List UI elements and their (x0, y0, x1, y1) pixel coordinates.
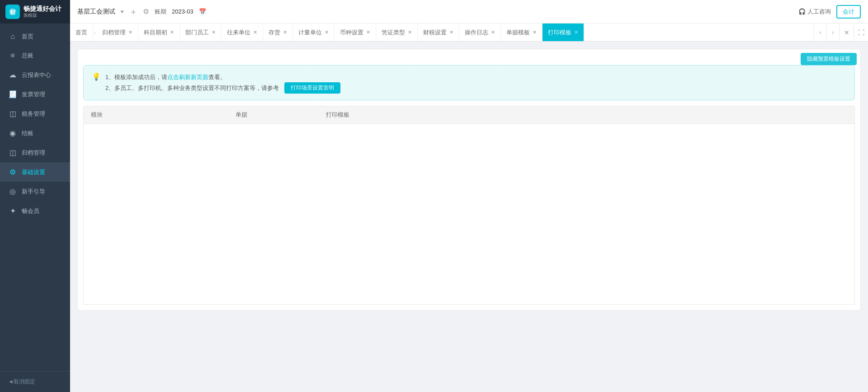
top-bar: 基层工会测试 ▾ ＋ ⚙ 账期 2023-03 📅 🎧 人工咨询 会计 (70, 0, 868, 24)
unpin-label: ◄取消固定 (8, 378, 35, 386)
ledger-icon: ≡ (8, 52, 17, 60)
tab-subject-close[interactable]: ✕ (170, 29, 174, 35)
company-name: 基层工会测试 (77, 8, 115, 16)
period-value: 2023-03 (172, 8, 193, 15)
sidebar-item-settings[interactable]: ⚙ 基础设置 (0, 162, 70, 182)
sidebar-item-closing[interactable]: ◉ 结账 (0, 123, 70, 143)
cloud-icon: ☁ (8, 71, 17, 79)
sidebar-nav: ⌂ 首页 ≡ 总账 ☁ 云报表中心 🧾 发票管理 ◫ 税务管理 ◉ 结账 ◫ 归… (0, 24, 70, 371)
tab-separator-1: ‹ (93, 29, 97, 36)
tab-home[interactable]: 首页 (70, 24, 93, 42)
settings-icon: ⚙ (8, 168, 17, 176)
table-body (83, 124, 855, 305)
sidebar-item-invoice[interactable]: 🧾 发票管理 (0, 85, 70, 104)
guide-icon: ◎ (8, 187, 17, 196)
tab-currency[interactable]: 币种设置 ✕ (335, 24, 376, 42)
sidebar-item-reports[interactable]: ☁ 云报表中心 (0, 65, 70, 85)
sidebar-item-tax[interactable]: ◫ 税务管理 (0, 104, 70, 123)
col-template-header: 打印模板 (319, 106, 854, 123)
tab-dept-close[interactable]: ✕ (212, 29, 216, 35)
tab-singlebill[interactable]: 单据模板 ✕ (501, 24, 542, 42)
calendar-icon[interactable]: 📅 (199, 8, 206, 15)
tab-partner-close[interactable]: ✕ (253, 29, 257, 35)
app-logo-text: 畅捷通好会计 旗舰版 (24, 5, 61, 19)
tab-printtemplate-close[interactable]: ✕ (574, 29, 578, 35)
tab-log-close[interactable]: ✕ (491, 29, 495, 35)
tab-prev-btn[interactable]: ‹ (814, 24, 826, 42)
headset-icon: 🎧 (798, 8, 806, 15)
sidebar: 财 畅捷通好会计 旗舰版 ⌂ 首页 ≡ 总账 ☁ 云报表中心 🧾 发票管理 ◫ … (0, 0, 70, 392)
tab-inventory[interactable]: 存货 ✕ (263, 24, 293, 42)
tab-subject[interactable]: 科目期初 ✕ (138, 24, 180, 42)
sidebar-item-guide[interactable]: ◎ 新手引导 (0, 182, 70, 201)
print-scene-btn[interactable]: 打印场景设置宣明 (284, 82, 340, 94)
invoice-icon: 🧾 (8, 90, 17, 99)
tab-voucher[interactable]: 凭证类型 ✕ (376, 24, 418, 42)
svg-text:财: 财 (9, 9, 16, 15)
tab-singlebill-close[interactable]: ✕ (533, 29, 537, 35)
col-module-header: 模块 (84, 106, 228, 123)
info-line1: 1、模板添加成功后，请点击刷新新页面查看。 (105, 72, 340, 82)
tab-archive[interactable]: 归档管理 ✕ (97, 24, 138, 42)
sidebar-unpin-btn[interactable]: ◄取消固定 (0, 371, 70, 392)
tab-expand-btn[interactable]: ⛶ (854, 24, 868, 42)
tab-inventory-close[interactable]: ✕ (283, 29, 287, 35)
bulb-icon: 💡 (92, 72, 101, 81)
hide-btn-wrapper: 隐藏预置模板设置 (78, 49, 860, 65)
info-banner: 💡 1、模板添加成功后，请点击刷新新页面查看。 2、多员工、多打印机、多种业务类… (83, 65, 855, 100)
top-bar-right: 🎧 人工咨询 会计 (798, 5, 861, 19)
tab-finance-close[interactable]: ✕ (449, 29, 453, 35)
sidebar-item-archive[interactable]: ◫ 归档管理 (0, 143, 70, 162)
hide-template-btn[interactable]: 隐藏预置模板设置 (801, 53, 857, 65)
settings-gear-icon[interactable]: ⚙ (143, 7, 149, 16)
customer-service-btn[interactable]: 🎧 人工咨询 (798, 8, 831, 16)
archive-icon: ◫ (8, 148, 17, 157)
tab-nav-arrows: ‹ › ✕ ⛶ (814, 24, 868, 42)
info-line2-row: 2、多员工、多打印机、多种业务类型设置不同打印方案等，请参考 打印场景设置宣明 (105, 82, 340, 94)
tab-archive-close[interactable]: ✕ (128, 29, 132, 35)
account-button[interactable]: 会计 (836, 5, 861, 19)
content-area: 隐藏预置模板设置 💡 1、模板添加成功后，请点击刷新新页面查看。 2、多员工、多… (70, 42, 868, 392)
tax-icon: ◫ (8, 109, 17, 118)
company-dropdown-icon[interactable]: ▾ (121, 8, 124, 15)
table-header: 模块 单据 打印模板 (83, 106, 855, 124)
tab-log[interactable]: 操作日志 ✕ (459, 24, 501, 42)
sidebar-item-ledger[interactable]: ≡ 总账 (0, 46, 70, 65)
period-label: 账期 (155, 8, 166, 16)
home-icon: ⌂ (8, 33, 17, 41)
tab-partner[interactable]: 往来单位 ✕ (222, 24, 263, 42)
tab-finance[interactable]: 财税设置 ✕ (418, 24, 459, 42)
member-icon: ✦ (8, 207, 17, 215)
content-wrapper: 隐藏预置模板设置 💡 1、模板添加成功后，请点击刷新新页面查看。 2、多员工、多… (77, 49, 861, 311)
tab-unit-close[interactable]: ✕ (325, 29, 329, 35)
tab-unit[interactable]: 计量单位 ✕ (293, 24, 335, 42)
tab-bar: 首页 ‹ 归档管理 ✕ 科目期初 ✕ 部门员工 ✕ 往来单位 ✕ 存货 ✕ 计量… (70, 24, 868, 42)
tab-currency-close[interactable]: ✕ (366, 29, 370, 35)
closing-icon: ◉ (8, 129, 17, 137)
col-bill-header: 单据 (228, 106, 319, 123)
sidebar-item-member[interactable]: ✦ 畅会员 (0, 201, 70, 221)
sidebar-logo: 财 畅捷通好会计 旗舰版 (0, 0, 70, 24)
main-area: 基层工会测试 ▾ ＋ ⚙ 账期 2023-03 📅 🎧 人工咨询 会计 首页 ‹… (70, 0, 868, 392)
tab-close-all-btn[interactable]: ✕ (839, 24, 854, 42)
tab-printtemplate[interactable]: 打印模板 ✕ (542, 24, 584, 42)
tab-dept[interactable]: 部门员工 ✕ (180, 24, 222, 42)
app-logo-icon: 财 (5, 5, 20, 19)
refresh-link[interactable]: 点击刷新新页面 (167, 74, 208, 80)
add-company-btn[interactable]: ＋ (129, 6, 137, 17)
info-text: 1、模板添加成功后，请点击刷新新页面查看。 2、多员工、多打印机、多种业务类型设… (105, 72, 340, 94)
tab-voucher-close[interactable]: ✕ (408, 29, 412, 35)
tab-next-btn[interactable]: › (826, 24, 839, 42)
sidebar-item-home[interactable]: ⌂ 首页 (0, 27, 70, 46)
